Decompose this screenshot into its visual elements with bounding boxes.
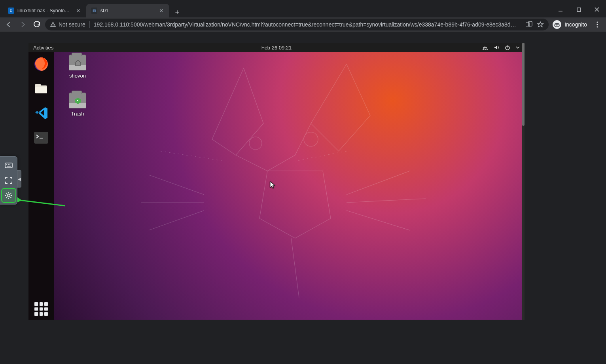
vnc-scrollbar[interactable] bbox=[522, 43, 525, 320]
dock-app-vscode[interactable] bbox=[32, 104, 50, 122]
gnome-top-bar: Activities Feb 26 09:21 bbox=[28, 43, 525, 52]
svg-point-19 bbox=[304, 132, 318, 146]
dock-app-files[interactable] bbox=[32, 80, 50, 97]
security-indicator[interactable]: Not secure bbox=[50, 21, 85, 28]
window-maximize-button[interactable] bbox=[570, 3, 588, 16]
tab-title: linuxhint-nas - Synology NAS bbox=[17, 8, 72, 13]
window-titlebar bbox=[0, 0, 606, 3]
vnc-viewport[interactable]: Activities Feb 26 09:21 bbox=[28, 43, 525, 320]
show-applications-button[interactable] bbox=[28, 302, 54, 316]
svg-point-4 bbox=[555, 24, 557, 27]
scrollbar-thumb[interactable] bbox=[522, 43, 525, 126]
desktop-icon-home[interactable]: shovon bbox=[62, 55, 93, 79]
browser-tab[interactable]: D linuxhint-nas - Synology NAS ✕ bbox=[3, 4, 86, 17]
trash-folder-icon bbox=[69, 93, 86, 108]
desktop-icon-trash[interactable]: Trash bbox=[62, 93, 93, 117]
divider bbox=[89, 21, 90, 28]
close-icon bbox=[595, 7, 599, 12]
chevron-down-icon bbox=[516, 46, 520, 49]
activities-button[interactable]: Activities bbox=[33, 45, 53, 51]
browser-tab-active[interactable]: ▥ s01 ✕ bbox=[86, 4, 169, 17]
dock-app-firefox[interactable] bbox=[32, 55, 50, 73]
not-secure-label: Not secure bbox=[59, 21, 85, 28]
novnc-keyboard-button[interactable] bbox=[2, 159, 15, 172]
desktop-icon-label: Trash bbox=[62, 111, 93, 117]
svg-rect-15 bbox=[35, 84, 41, 87]
incognito-label: Incognito bbox=[564, 21, 587, 28]
window-close-button[interactable] bbox=[588, 3, 606, 16]
svg-point-5 bbox=[557, 24, 559, 27]
apps-grid-icon bbox=[34, 302, 48, 316]
nav-forward-button[interactable] bbox=[17, 18, 29, 31]
firefox-icon bbox=[33, 56, 49, 72]
svg-point-6 bbox=[597, 21, 598, 23]
novnc-settings-button[interactable] bbox=[2, 189, 15, 202]
kebab-icon bbox=[597, 21, 598, 28]
svg-point-8 bbox=[597, 26, 598, 27]
window-minimize-button[interactable] bbox=[551, 3, 570, 16]
svg-rect-9 bbox=[5, 163, 12, 168]
system-status-area[interactable] bbox=[482, 45, 520, 50]
close-icon[interactable]: ✕ bbox=[75, 8, 81, 14]
favicon-synology-icon: D bbox=[8, 8, 14, 14]
svg-rect-16 bbox=[35, 87, 47, 93]
arrow-left-icon bbox=[5, 21, 12, 28]
keyboard-icon bbox=[4, 161, 13, 170]
clock-label[interactable]: Feb 26 09:21 bbox=[261, 45, 292, 51]
warning-icon bbox=[50, 21, 56, 28]
new-tab-button[interactable]: ＋ bbox=[172, 6, 183, 17]
svg-point-7 bbox=[597, 24, 598, 25]
window-controls bbox=[551, 3, 606, 16]
nav-back-button[interactable] bbox=[2, 18, 15, 31]
vscode-icon bbox=[33, 105, 49, 121]
close-icon[interactable]: ✕ bbox=[158, 8, 165, 14]
browser-tabstrip: D linuxhint-nas - Synology NAS ✕ ▥ s01 ✕… bbox=[0, 3, 606, 17]
novnc-drag-handle[interactable]: ◀ bbox=[17, 170, 21, 188]
minimize-icon bbox=[558, 7, 563, 12]
address-bar[interactable]: Not secure 192.168.0.110:5000/webman/3rd… bbox=[45, 19, 549, 30]
power-icon bbox=[505, 45, 510, 50]
browser-toolbar: Not secure 192.168.0.110:5000/webman/3rd… bbox=[0, 17, 606, 32]
ubuntu-desktop[interactable]: shovon Trash bbox=[54, 52, 525, 320]
dock-app-terminal[interactable] bbox=[32, 129, 50, 146]
incognito-icon bbox=[553, 20, 561, 29]
reload-icon bbox=[34, 21, 41, 28]
volume-icon bbox=[494, 45, 499, 50]
svg-point-10 bbox=[7, 194, 10, 197]
chrome-menu-button[interactable] bbox=[591, 18, 604, 31]
wallpaper-focal-fossa bbox=[125, 52, 449, 305]
nav-reload-button[interactable] bbox=[31, 18, 44, 31]
url-text: 192.168.0.110:5000/webman/3rdparty/Virtu… bbox=[94, 21, 518, 28]
novnc-control-panel bbox=[0, 156, 17, 205]
terminal-icon bbox=[33, 131, 49, 144]
gnome-dock bbox=[28, 52, 54, 320]
tab-title: s01 bbox=[100, 8, 155, 13]
arrow-right-icon bbox=[19, 21, 27, 28]
maximize-icon bbox=[577, 8, 581, 12]
svg-rect-0 bbox=[577, 8, 581, 11]
svg-point-1 bbox=[53, 25, 53, 26]
home-folder-icon bbox=[69, 55, 86, 70]
fullscreen-icon bbox=[4, 176, 13, 185]
star-icon[interactable] bbox=[537, 21, 544, 28]
mouse-cursor-icon bbox=[270, 181, 275, 191]
favicon-vm-icon: ▥ bbox=[91, 8, 97, 14]
novnc-fullscreen-button[interactable] bbox=[2, 174, 15, 187]
translate-icon[interactable] bbox=[526, 21, 533, 28]
svg-point-18 bbox=[249, 137, 262, 150]
gear-icon bbox=[4, 191, 13, 200]
incognito-indicator[interactable]: Incognito bbox=[550, 20, 589, 29]
folder-icon bbox=[33, 81, 49, 97]
desktop-icon-label: shovon bbox=[62, 73, 93, 79]
network-icon bbox=[482, 45, 488, 50]
